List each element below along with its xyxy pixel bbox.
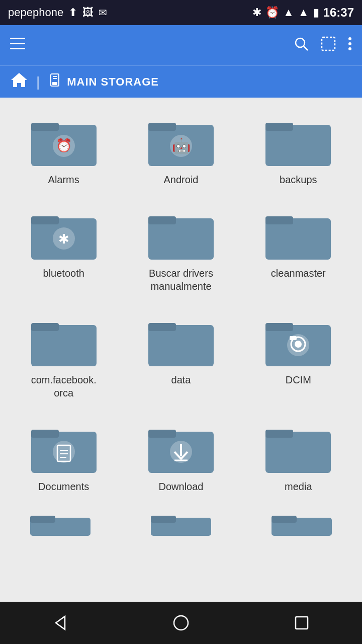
folder-android-label: Android xyxy=(164,173,199,186)
svg-rect-59 xyxy=(151,516,176,523)
more-options-button[interactable] xyxy=(348,37,352,54)
svg-text:✱: ✱ xyxy=(58,231,69,247)
svg-rect-55 xyxy=(265,430,293,438)
app-bar-actions xyxy=(294,36,352,55)
home-button[interactable] xyxy=(166,608,196,638)
folder-cleanmaster-icon xyxy=(265,209,331,260)
svg-rect-23 xyxy=(265,123,293,131)
folder-bluetooth[interactable]: ✱ bluetooth xyxy=(5,201,122,303)
svg-rect-43 xyxy=(31,430,59,438)
svg-rect-15 xyxy=(31,123,59,131)
file-grid: ⏰ Alarms 🤖 Android backups xyxy=(0,98,362,513)
folder-media-icon xyxy=(265,423,331,473)
select-all-button[interactable] xyxy=(321,36,336,55)
svg-text:⏰: ⏰ xyxy=(56,137,72,153)
recents-button[interactable] xyxy=(287,608,317,638)
svg-rect-28 xyxy=(148,218,214,260)
svg-rect-57 xyxy=(30,516,55,523)
folder-bluetooth-icon: ✱ xyxy=(31,209,97,260)
folder-dcim[interactable]: DCIM xyxy=(240,308,357,410)
folder-alarms-icon: ⏰ xyxy=(31,116,97,166)
status-bar: pepephone ⬆ 🖼 ✉ ✱ ⏰ ▲ ▲ ▮ 16:37 xyxy=(0,0,362,25)
svg-rect-25 xyxy=(31,216,59,224)
partial-folder-1 xyxy=(0,513,121,538)
folder-buscar-drivers[interactable]: Buscar drivers manualmente xyxy=(122,201,239,303)
folder-buscar-drivers-icon xyxy=(148,209,214,260)
svg-marker-9 xyxy=(11,73,27,87)
svg-rect-31 xyxy=(265,216,293,224)
svg-rect-64 xyxy=(296,617,308,629)
svg-rect-0 xyxy=(10,38,25,39)
partial-folder-3 xyxy=(241,513,362,538)
folder-media-label: media xyxy=(285,480,312,493)
status-time: 16:37 xyxy=(323,6,354,20)
app-bar xyxy=(0,25,362,65)
svg-point-44 xyxy=(53,441,75,463)
svg-rect-29 xyxy=(148,216,176,224)
battery-icon: ▮ xyxy=(313,6,319,19)
svg-rect-61 xyxy=(272,516,297,523)
svg-rect-34 xyxy=(148,325,214,366)
svg-rect-41 xyxy=(290,336,297,340)
search-button[interactable] xyxy=(294,36,309,55)
folder-data-icon xyxy=(148,316,214,366)
svg-text:🤖: 🤖 xyxy=(171,137,191,155)
folder-data[interactable]: data xyxy=(122,308,239,410)
folder-bluetooth-label: bluetooth xyxy=(43,267,84,280)
menu-button[interactable] xyxy=(10,37,25,53)
svg-point-6 xyxy=(348,37,351,40)
folder-facebook-orca-icon xyxy=(31,316,97,366)
status-right: ✱ ⏰ ▲ ▲ ▮ 16:37 xyxy=(252,6,354,20)
svg-rect-2 xyxy=(10,48,25,49)
svg-rect-22 xyxy=(265,125,331,166)
folder-alarms[interactable]: ⏰ Alarms xyxy=(5,108,122,196)
signal-icon: ▲ xyxy=(298,6,309,19)
status-left: pepephone ⬆ 🖼 ✉ xyxy=(8,6,107,19)
svg-point-63 xyxy=(174,616,188,630)
folder-media[interactable]: media xyxy=(240,415,357,503)
folder-android[interactable]: 🤖 Android xyxy=(122,108,239,196)
svg-rect-32 xyxy=(31,325,97,366)
svg-point-7 xyxy=(348,42,351,45)
alarm-status-icon: ⏰ xyxy=(265,6,279,19)
folder-download-icon xyxy=(148,423,214,473)
email-icon: ✉ xyxy=(99,7,107,19)
folder-facebook-orca[interactable]: com.facebook.orca xyxy=(5,308,122,410)
folder-buscar-drivers-label: Buscar drivers manualmente xyxy=(131,267,231,293)
current-location: Main Storage xyxy=(48,73,159,91)
folder-backups[interactable]: backups xyxy=(240,108,357,196)
svg-rect-30 xyxy=(265,218,331,260)
breadcrumb-bar: | Main Storage xyxy=(0,65,362,98)
svg-point-8 xyxy=(348,47,351,50)
storage-label: Main Storage xyxy=(67,75,159,89)
folder-documents[interactable]: Documents xyxy=(5,415,122,503)
svg-rect-11 xyxy=(52,82,57,85)
wifi-icon: ▲ xyxy=(283,6,294,19)
folder-cleanmaster[interactable]: cleanmaster xyxy=(240,201,357,303)
back-button[interactable] xyxy=(45,608,75,638)
svg-rect-54 xyxy=(265,432,331,473)
folder-backups-icon xyxy=(265,116,331,166)
svg-rect-33 xyxy=(31,323,59,331)
folder-alarms-label: Alarms xyxy=(48,173,79,186)
upload-icon: ⬆ xyxy=(68,6,77,19)
svg-rect-35 xyxy=(148,323,176,331)
folder-documents-icon xyxy=(31,423,97,473)
storage-icon xyxy=(48,73,62,91)
folder-cleanmaster-label: cleanmaster xyxy=(271,267,326,280)
folder-dcim-icon xyxy=(265,316,331,366)
svg-rect-5 xyxy=(322,37,335,50)
folder-facebook-orca-label: com.facebook.orca xyxy=(31,373,97,399)
folder-android-icon: 🤖 xyxy=(148,116,214,166)
svg-rect-19 xyxy=(148,123,176,131)
partial-folder-2 xyxy=(121,513,241,538)
folder-dcim-label: DCIM xyxy=(286,373,311,386)
partial-row xyxy=(0,513,362,538)
svg-line-4 xyxy=(304,46,308,50)
home-breadcrumb[interactable] xyxy=(10,72,28,92)
svg-rect-1 xyxy=(10,43,25,44)
folder-download[interactable]: Download xyxy=(122,415,239,503)
svg-rect-50 xyxy=(148,430,176,438)
image-icon: 🖼 xyxy=(82,6,94,19)
folder-documents-label: Documents xyxy=(38,480,89,493)
